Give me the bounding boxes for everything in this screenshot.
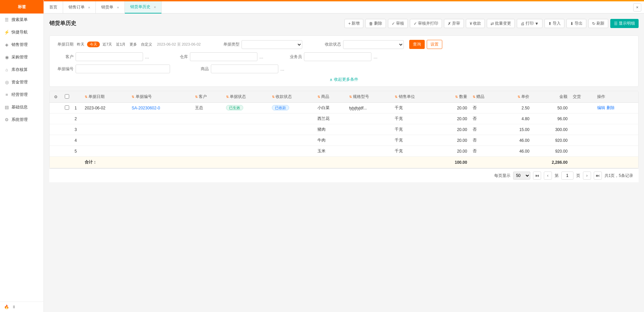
- query-button[interactable]: 查询: [409, 40, 425, 49]
- action-link[interactable]: 删除: [607, 105, 615, 110]
- page-number-input[interactable]: [561, 172, 573, 180]
- collect-button[interactable]: ¥ 收款: [466, 19, 485, 28]
- cell-doc-date: [82, 124, 129, 135]
- sidebar-item-purchase-mgmt[interactable]: ◉ 采购管理: [0, 51, 44, 63]
- col-unit[interactable]: ⇅ 销售单位: [392, 91, 438, 103]
- cell-action: 编辑删除: [594, 103, 638, 113]
- warehouse-dots[interactable]: ...: [259, 54, 263, 59]
- col-gift[interactable]: ⇅ 赠品: [470, 91, 501, 103]
- tab-sales-order[interactable]: 销售订单 ×: [63, 1, 96, 14]
- warehouse-label: 仓库: [169, 54, 188, 60]
- tab-sales-goods-close[interactable]: ×: [117, 5, 119, 9]
- sidebar-item-sales-mgmt[interactable]: ◈ 销售管理: [0, 38, 44, 51]
- goods-input[interactable]: [211, 64, 278, 73]
- shortcut-week[interactable]: 近7天: [101, 42, 113, 47]
- cell-checkbox[interactable]: [62, 124, 72, 135]
- doc-type-select[interactable]: [242, 40, 302, 49]
- sidebar-item-basic-info[interactable]: ▤ 基础信息: [0, 101, 44, 113]
- date-shortcuts: 昨天 今天 近7天 近1月 更多 自定义: [76, 42, 153, 47]
- page-size-select[interactable]: 50 100 200: [513, 172, 530, 180]
- sidebar-item-search-menu[interactable]: ☰ 搜索菜单: [0, 14, 44, 26]
- refresh-button[interactable]: ↻ 刷新: [588, 19, 608, 28]
- show-detail-button[interactable]: ☰ 显示明细: [610, 19, 639, 28]
- abandon-button[interactable]: ✗ 弃审: [444, 19, 464, 28]
- cell-pay-status: 已收款: [269, 103, 315, 113]
- sidebar-bottom-icon2[interactable]: ⏸: [12, 305, 16, 309]
- staff-input[interactable]: [304, 52, 371, 61]
- tab-sales-history-close[interactable]: ×: [154, 5, 156, 9]
- doc-type-label: 单据类型: [221, 42, 240, 47]
- export-button[interactable]: ⬇ 导出: [566, 19, 586, 28]
- customer-input[interactable]: [76, 52, 143, 61]
- shortcut-today[interactable]: 今天: [87, 42, 100, 47]
- col-pay-status[interactable]: ⇅ 收款状态: [269, 91, 315, 103]
- table-row: 5 玉米 千克 20.00 否 46.00 920.00: [50, 146, 638, 157]
- system-mgmt-icon: ⚙: [4, 117, 9, 123]
- goods-dots[interactable]: ...: [280, 66, 284, 72]
- action-link[interactable]: 编辑: [597, 105, 605, 110]
- prev-page-button[interactable]: ‹: [544, 172, 552, 180]
- sidebar-item-fund-mgmt[interactable]: ◎ 资金管理: [0, 76, 44, 88]
- row-checkbox[interactable]: [65, 105, 69, 110]
- doc-no-link[interactable]: SA-20230602-0: [132, 106, 160, 110]
- docno-input[interactable]: [76, 64, 170, 73]
- print-button[interactable]: 🖨 打印 ▼: [517, 19, 542, 28]
- cell-checkbox[interactable]: [62, 113, 72, 124]
- next-page-button[interactable]: ›: [583, 172, 591, 180]
- select-all-checkbox[interactable]: [65, 94, 69, 99]
- cell-checkbox[interactable]: [62, 135, 72, 146]
- col-price[interactable]: ⇅ 单价: [501, 91, 532, 103]
- tab-sales-goods[interactable]: 销货单 ×: [96, 1, 124, 14]
- cell-no: 4: [72, 135, 82, 146]
- table-row: 3 猪肉 千克 20.00 否 15.00 300.00: [50, 124, 638, 135]
- tab-close-all-button[interactable]: ×: [633, 3, 641, 11]
- col-customer[interactable]: ⇅ 客户: [192, 91, 223, 103]
- table-settings-icon[interactable]: ⚙: [54, 95, 58, 99]
- shortcut-month[interactable]: 近1月: [115, 42, 127, 47]
- tab-sales-history[interactable]: 销货单历史 ×: [125, 1, 162, 14]
- col-doc-no[interactable]: ⇅ 单据编号: [129, 91, 192, 103]
- batch-change-button[interactable]: ⇄ 批量变更: [487, 19, 515, 28]
- batch-change-icon: ⇄: [491, 21, 494, 26]
- audit-print-button[interactable]: ✓ 审核并打印: [410, 19, 442, 28]
- col-qty[interactable]: ⇅ 数量: [438, 91, 470, 103]
- cell-checkbox[interactable]: [62, 146, 72, 157]
- sidebar-item-quick-nav[interactable]: ⚡ 快捷导航: [0, 26, 44, 38]
- shortcut-yesterday[interactable]: 昨天: [76, 42, 86, 47]
- sidebar-item-system-mgmt[interactable]: ⚙ 系统管理: [0, 113, 44, 126]
- first-page-button[interactable]: ⏮: [533, 172, 541, 180]
- sidebar-item-inventory[interactable]: ⌂ 库存核算: [0, 63, 44, 76]
- delete-button[interactable]: 🗑 删除: [365, 19, 386, 28]
- tab-sales-order-close[interactable]: ×: [88, 5, 90, 9]
- staff-dots[interactable]: ...: [373, 54, 377, 59]
- shortcut-custom[interactable]: 自定义: [140, 42, 153, 47]
- audit-button[interactable]: ✓ 审核: [388, 19, 408, 28]
- pay-status-select[interactable]: [343, 40, 404, 49]
- col-settings[interactable]: ⚙: [50, 91, 62, 103]
- cell-customer: 王总: [192, 103, 223, 113]
- sidebar-item-operation-mgmt[interactable]: ≡ 经营管理: [0, 88, 44, 101]
- page-input-label: 第: [555, 173, 559, 179]
- collect-icon: ¥: [470, 21, 472, 26]
- import-button[interactable]: ⬆ 导入: [544, 19, 564, 28]
- tab-home[interactable]: 首页: [44, 1, 63, 14]
- col-goods[interactable]: ⇅ 商品: [315, 91, 346, 103]
- summary-gift: [470, 157, 501, 168]
- add-button[interactable]: + 新增: [344, 19, 363, 28]
- cell-settings: [50, 124, 62, 135]
- cell-checkbox[interactable]: [62, 103, 72, 113]
- sidebar-item-label: 快捷导航: [11, 29, 28, 35]
- col-doc-status[interactable]: ⇅ 单据状态: [223, 91, 269, 103]
- sidebar-bottom-icon1[interactable]: 🔥: [4, 305, 9, 309]
- col-checkbox[interactable]: [62, 91, 72, 103]
- filter-collapse-btn[interactable]: ∧ 收起更多条件: [55, 77, 633, 82]
- warehouse-input[interactable]: [190, 52, 257, 61]
- customer-dots[interactable]: ...: [145, 54, 149, 59]
- setting-button[interactable]: 设置: [427, 40, 442, 49]
- cell-goods: 牛肉: [315, 135, 346, 146]
- last-page-button[interactable]: ⏭: [594, 172, 602, 180]
- col-doc-date[interactable]: ⇅ 单据日期: [82, 91, 129, 103]
- sort-icon: ⇅: [473, 95, 475, 99]
- shortcut-more[interactable]: 更多: [128, 42, 138, 47]
- col-spec[interactable]: ⇅ 规格型号: [346, 91, 392, 103]
